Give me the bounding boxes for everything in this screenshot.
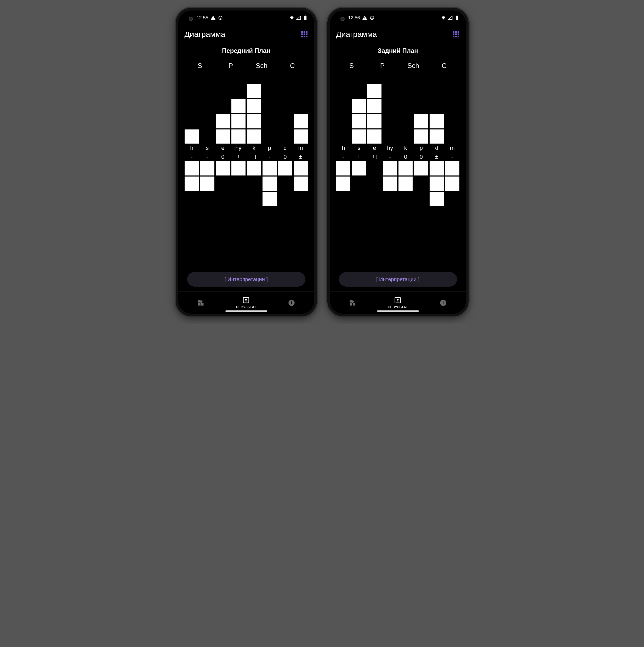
chart-block	[430, 114, 444, 128]
home-indicator[interactable]	[377, 310, 419, 312]
chart-block	[247, 130, 261, 144]
svg-rect-9	[291, 301, 292, 301]
chart-block	[216, 114, 230, 128]
content-area: Задний План S P Sch C h s e	[330, 41, 466, 291]
chart-block	[367, 130, 381, 144]
chart-label-row: h s e hy k p d m	[336, 144, 460, 152]
nav-item-widgets[interactable]	[330, 292, 375, 314]
plan-title: Задний План	[336, 47, 460, 54]
svg-rect-8	[291, 302, 292, 304]
svg-point-10	[370, 16, 374, 19]
column-sign: 0	[420, 152, 423, 161]
person-card-icon	[394, 297, 401, 304]
home-indicator[interactable]	[225, 310, 267, 312]
chart-block	[430, 161, 444, 175]
chart-block	[430, 176, 444, 191]
svg-text:!: !	[293, 18, 293, 20]
warning-icon	[362, 15, 367, 20]
column-sign: +!	[372, 152, 377, 161]
chart-label-row: h s e hy k p d m	[185, 144, 308, 152]
svg-rect-13	[456, 16, 458, 20]
chart-block	[247, 84, 261, 98]
chart-upper-row	[185, 83, 308, 144]
nav-item-info[interactable]	[269, 292, 314, 314]
info-icon	[288, 299, 295, 306]
svg-rect-18	[443, 302, 443, 304]
column-label: h	[342, 144, 345, 152]
chart-block	[383, 161, 397, 175]
group-label-s: S	[336, 62, 367, 70]
chart-block	[352, 114, 366, 128]
svg-rect-3	[304, 16, 306, 20]
szondi-chart: h s e hy k p d m - + +! - 0 0 ± -	[336, 83, 460, 222]
wifi-icon: !	[441, 15, 446, 20]
warning-icon	[211, 15, 216, 20]
status-bar: 12:56 !	[330, 10, 466, 25]
person-card-icon	[242, 297, 250, 304]
chart-block	[414, 130, 428, 144]
column-label: d	[283, 144, 287, 152]
chart-block	[399, 161, 413, 175]
column-label: k	[253, 144, 256, 152]
column-sign: -	[451, 152, 453, 161]
chart-block	[367, 114, 381, 128]
appbar-title: Диаграмма	[336, 30, 377, 39]
camera-hole	[189, 17, 193, 21]
chart-block	[216, 161, 230, 175]
info-icon	[439, 299, 447, 306]
column-sign: -	[191, 152, 193, 161]
column-label: d	[435, 144, 438, 152]
group-label-c: C	[277, 62, 308, 70]
chart-block	[231, 130, 245, 144]
nav-item-info[interactable]	[420, 292, 466, 314]
chart-lower-row	[336, 161, 460, 222]
camera-hole	[341, 17, 345, 21]
chart-block	[352, 161, 366, 175]
svg-rect-4	[305, 16, 306, 16]
chart-block	[294, 161, 308, 175]
chart-block	[294, 130, 308, 144]
wifi-icon: !	[289, 15, 294, 20]
nav-item-widgets[interactable]	[178, 292, 224, 314]
content-area: Передний План S P Sch C h s	[178, 41, 314, 291]
chart-block	[399, 176, 413, 191]
chart-block	[414, 161, 428, 175]
plan-title: Передний План	[185, 47, 308, 54]
chart-block	[383, 176, 397, 191]
group-label-sch: Sch	[398, 62, 429, 70]
column-sign: ±	[435, 152, 438, 161]
chart-block	[414, 114, 428, 128]
phone-frame-2: 12:56 ! Диаграмма Задний План	[328, 8, 469, 316]
chart-block	[336, 176, 350, 191]
column-label: m	[450, 144, 455, 152]
phone-frame-1: 12:55 ! Диаграмма Передний План	[176, 8, 317, 316]
column-label: e	[221, 144, 224, 152]
app-bar: Диаграмма	[178, 25, 314, 41]
column-label: hy	[235, 144, 241, 152]
status-bar: 12:55 !	[178, 10, 314, 25]
column-sign: ±	[299, 152, 302, 161]
group-header-row: S P Sch C	[185, 62, 308, 70]
nav-label-result: РЕЗУЛЬТАТ	[236, 305, 256, 309]
chart-block	[294, 114, 308, 128]
chart-block	[247, 99, 261, 113]
grid-menu-icon[interactable]	[452, 30, 460, 38]
chart-block	[231, 161, 245, 175]
chart-sign-row: - - 0 + +! - 0 ±	[185, 152, 308, 161]
interpretations-button[interactable]: [ Интерпретации ]	[339, 272, 457, 287]
group-label-p: P	[215, 62, 246, 70]
chart-block	[367, 99, 381, 113]
signal-icon	[296, 15, 301, 20]
svg-rect-14	[456, 16, 457, 16]
interpretations-button[interactable]: [ Интерпретации ]	[187, 272, 305, 287]
column-label: s	[357, 144, 360, 152]
column-sign: 0	[221, 152, 224, 161]
column-sign: 0	[283, 152, 287, 161]
chart-block	[185, 176, 199, 191]
grid-menu-icon[interactable]	[301, 30, 308, 38]
chart-block	[185, 161, 199, 175]
column-sign: -	[269, 152, 270, 161]
app-bar: Диаграмма	[330, 25, 466, 41]
column-sign: 0	[404, 152, 407, 161]
column-sign: +!	[252, 152, 257, 161]
